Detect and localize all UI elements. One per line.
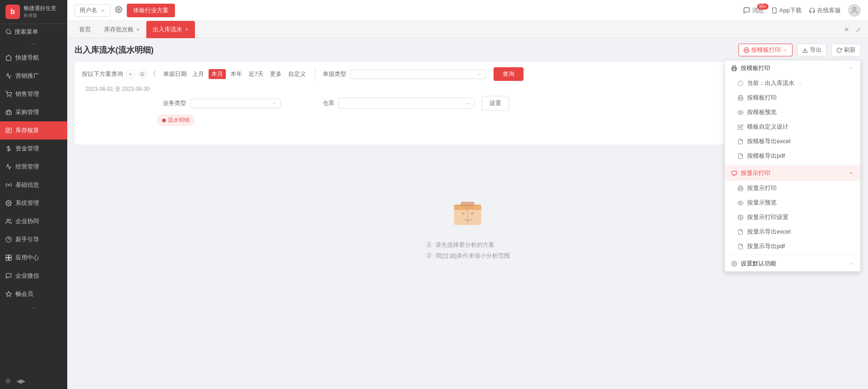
nav-scroll-up[interactable]: [0, 40, 67, 49]
chevron-down-default-icon: [848, 261, 854, 266]
sidebar-item-purchase[interactable]: 采购管理: [0, 103, 67, 121]
svg-rect-27: [739, 98, 742, 100]
user-avatar[interactable]: [848, 4, 861, 17]
sidebar-item-app-center[interactable]: 应用中心: [0, 249, 67, 267]
chevron-down-biztype-icon: [272, 101, 277, 106]
display-excel-item[interactable]: 按显示导出excel: [725, 224, 860, 239]
user-selector[interactable]: 用户名: [75, 4, 110, 17]
date-tab-7days[interactable]: 近7天: [247, 69, 265, 79]
filter-doctype-item: 单据类型: [323, 70, 486, 79]
maximize-window-btn[interactable]: ⤢: [854, 25, 863, 34]
collab-icon: [5, 218, 12, 224]
svg-point-40: [462, 212, 464, 215]
filter-doctype-select[interactable]: [350, 70, 486, 79]
svg-point-9: [7, 219, 9, 221]
display-pdf-item[interactable]: 按显示导出pdf: [725, 239, 860, 254]
tab-home[interactable]: 首页: [73, 21, 98, 38]
template-preview-item[interactable]: 按模板预览: [725, 105, 860, 120]
date-tab-this-year[interactable]: 本年: [229, 69, 244, 79]
display-print-label: 按显示打印: [741, 169, 770, 177]
sidebar-item-system[interactable]: 系统管理: [0, 194, 67, 212]
collapse-sidebar-btn[interactable]: ◀▶: [16, 378, 25, 384]
sidebar-item-marketing[interactable]: 营销推广: [0, 67, 67, 85]
svg-point-17: [118, 9, 120, 10]
chevron-up-icon: [848, 65, 854, 71]
display-preview-item[interactable]: 按显示预览: [725, 195, 860, 210]
filter-label: 按以下方案查询: [82, 70, 123, 78]
sidebar-item-sales[interactable]: 销售管理: [0, 85, 67, 103]
date-tab-this-month[interactable]: 本月: [209, 69, 226, 79]
filter-collapse-icon[interactable]: 《: [150, 70, 156, 78]
hint-item-2: 2 用[过滤]条件来缩小分析范围: [425, 252, 509, 260]
query-button[interactable]: 查询: [494, 67, 524, 81]
filter-warehouse-select[interactable]: ···: [338, 98, 474, 109]
template-print-header[interactable]: 按模板打印: [725, 60, 860, 76]
svg-point-33: [740, 202, 741, 203]
page-title: 出入库流水(流水明细): [75, 45, 154, 55]
default-func-header[interactable]: 设置默认功能: [725, 256, 860, 271]
refresh-btn-label: 刷新: [844, 46, 856, 54]
sidebar-item-label: 基础信息: [15, 181, 39, 189]
sidebar-item-operations[interactable]: 经营管理: [0, 158, 67, 176]
date-tab-more[interactable]: 更多: [268, 69, 284, 79]
default-func-label: 设置默认功能: [741, 259, 776, 268]
messages-btn[interactable]: 消息 99+: [743, 6, 764, 15]
user-selector-text: 用户名: [80, 6, 97, 15]
svg-rect-23: [733, 69, 736, 70]
gear-button[interactable]: [115, 6, 122, 15]
template-design-item[interactable]: 模板自定义设计: [725, 120, 860, 134]
sidebar-search[interactable]: 搜索菜单: [0, 24, 67, 40]
tab-flow[interactable]: 出入库流水 ×: [146, 21, 195, 38]
tab-batch-close[interactable]: ×: [136, 26, 140, 33]
sidebar-item-inventory[interactable]: 库存核算: [0, 121, 67, 140]
hint-num-2: 2: [425, 252, 433, 259]
sidebar-item-vip[interactable]: 畅会员: [0, 285, 67, 303]
tab-batch[interactable]: 库存批次账 ×: [98, 21, 146, 38]
sidebar-item-guide[interactable]: 新手引导: [0, 230, 67, 249]
app-download-btn[interactable]: App下载: [771, 6, 802, 15]
filter-set-btn[interactable]: ⚙: [138, 70, 147, 79]
sidebar-item-label: 企业协同: [15, 217, 39, 225]
avatar-icon: [850, 6, 858, 15]
filter-biztype-label: 业务类型: [163, 99, 186, 107]
app-download-label: App下载: [779, 6, 802, 15]
page-content: 出入库流水(流水明细) 按模板打印 导出 刷: [67, 38, 868, 389]
filter-biztype-item: 业务类型: [163, 99, 281, 108]
sidebar-item-quick-nav[interactable]: 快捷导航: [0, 49, 67, 67]
display-print-item[interactable]: 按显示打印: [725, 181, 860, 195]
print-template-button[interactable]: 按模板打印: [738, 44, 793, 56]
display-settings-label: 按显示打印设置: [747, 213, 788, 221]
sidebar-item-collab[interactable]: 企业协同: [0, 212, 67, 230]
template-pdf-item[interactable]: 按模板导出pdf: [725, 149, 860, 163]
settings-button[interactable]: 设置: [482, 96, 509, 110]
tab-flow-close[interactable]: ×: [185, 26, 188, 33]
sidebar-item-weixin[interactable]: 企业微信: [0, 267, 67, 285]
export-button[interactable]: 导出: [797, 44, 827, 56]
date-tab-custom[interactable]: 自定义: [286, 69, 308, 79]
messages-badge: 99+: [757, 4, 768, 10]
nav-scroll-down[interactable]: [0, 303, 67, 312]
display-print-header[interactable]: 按显示打印: [725, 165, 860, 181]
sidebar-item-finance[interactable]: 资金管理: [0, 140, 67, 158]
display-print-settings-item[interactable]: 按显示打印设置: [725, 210, 860, 224]
refresh-icon: [836, 47, 842, 53]
hint-text-1: 请先选择要分析的方案: [435, 241, 494, 249]
filter-date-item: 单据日期 上月 本月 本年 近7天 更多 自定义: [163, 69, 308, 79]
template-print-item[interactable]: 按模板打印: [725, 90, 860, 105]
filter-add-btn[interactable]: +: [126, 70, 135, 79]
hint-num-1: 1: [425, 241, 433, 248]
refresh-button[interactable]: 刷新: [831, 44, 861, 56]
filter-biztype-select[interactable]: [190, 99, 281, 108]
sidebar-item-basic[interactable]: 基础信息: [0, 176, 67, 194]
current-flow-label: 当前：出入库流水: [725, 76, 860, 90]
sidebar-bottom: ⚙ ◀▶: [0, 373, 67, 389]
date-tab-last-month[interactable]: 上月: [190, 69, 206, 79]
weixin-icon: [5, 273, 12, 279]
customer-service-btn[interactable]: 在线客服: [809, 6, 841, 15]
settings-icon-btn[interactable]: ⚙: [5, 378, 11, 384]
template-print-label: 按模板打印: [741, 64, 770, 72]
template-excel-item[interactable]: 按模板导出excel: [725, 134, 860, 149]
trial-button[interactable]: 体验行业方案: [127, 4, 175, 17]
display-print-item-label: 按显示打印: [747, 184, 777, 192]
close-window-btn[interactable]: ✕: [843, 25, 851, 34]
